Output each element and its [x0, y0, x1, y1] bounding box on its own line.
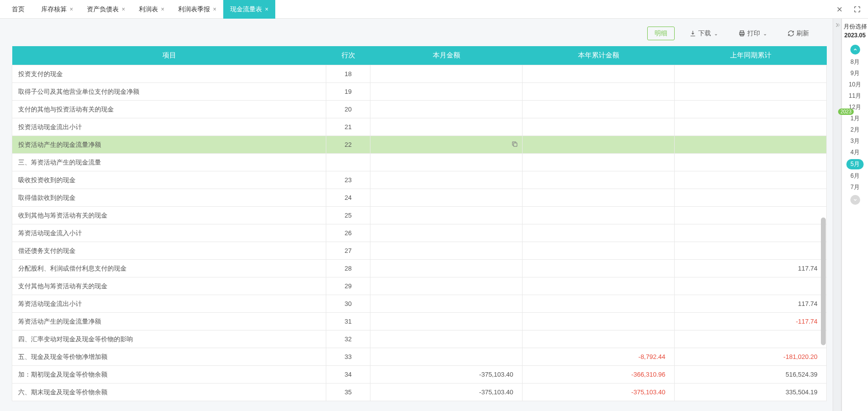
close-icon[interactable]: ×: [70, 6, 73, 13]
month-item[interactable]: 10月: [842, 79, 868, 90]
print-button[interactable]: 打印⌄: [733, 27, 773, 40]
cell-month-amount[interactable]: [370, 224, 523, 242]
cell-lastyear-amount[interactable]: [675, 277, 827, 295]
table-row[interactable]: 分配股利、利润或偿付利息支付的现金28117.74: [12, 260, 827, 277]
copy-icon[interactable]: [511, 140, 518, 149]
cell-year-amount[interactable]: -366,310.96: [523, 366, 675, 384]
cell-lastyear-amount[interactable]: [675, 224, 827, 242]
month-item[interactable]: 11月: [842, 90, 868, 102]
table-row[interactable]: 吸收投资收到的现金23: [12, 171, 827, 189]
tab-1[interactable]: 资产负债表×: [80, 0, 132, 19]
tab-3[interactable]: 利润表季报×: [171, 0, 223, 19]
cell-month-amount[interactable]: [370, 330, 523, 348]
cell-lastyear-amount[interactable]: [675, 242, 827, 260]
cell-month-amount[interactable]: [370, 348, 523, 366]
detail-button[interactable]: 明细: [647, 27, 675, 40]
cell-year-amount[interactable]: [523, 65, 675, 83]
month-item[interactable]: 3月: [842, 136, 868, 147]
close-icon[interactable]: ×: [161, 6, 164, 13]
table-row[interactable]: 四、汇率变动对现金及现金等价物的影响32: [12, 330, 827, 348]
month-item[interactable]: 9月: [842, 68, 868, 79]
cell-lastyear-amount[interactable]: [675, 136, 827, 154]
cell-lastyear-amount[interactable]: [675, 83, 827, 101]
month-item[interactable]: 6月: [842, 170, 868, 182]
cell-lastyear-amount[interactable]: 117.74: [675, 260, 827, 277]
cell-lastyear-amount[interactable]: [675, 330, 827, 348]
cell-year-amount[interactable]: [523, 295, 675, 313]
table-row[interactable]: 六、期末现金及现金等价物余额35-375,103.40-375,103.4033…: [12, 384, 827, 401]
close-icon[interactable]: ×: [122, 6, 125, 13]
cell-lastyear-amount[interactable]: [675, 154, 827, 171]
cell-year-amount[interactable]: [523, 101, 675, 118]
cell-month-amount[interactable]: [370, 207, 523, 224]
download-button[interactable]: 下载⌄: [684, 27, 724, 40]
cell-month-amount[interactable]: [370, 295, 523, 313]
cell-month-amount[interactable]: [370, 65, 523, 83]
cell-year-amount[interactable]: [523, 260, 675, 277]
month-item[interactable]: 4月: [842, 147, 868, 158]
cell-month-amount[interactable]: [370, 260, 523, 277]
cell-month-amount[interactable]: [370, 242, 523, 260]
table-row[interactable]: 偿还债务支付的现金27: [12, 242, 827, 260]
month-item[interactable]: 5月: [846, 159, 864, 169]
cell-month-amount[interactable]: [370, 154, 523, 171]
cell-month-amount[interactable]: [370, 171, 523, 189]
cell-year-amount[interactable]: [523, 154, 675, 171]
collapse-panel-button[interactable]: [833, 19, 842, 411]
cell-lastyear-amount[interactable]: -181,020.20: [675, 348, 827, 366]
cell-lastyear-amount[interactable]: 335,504.19: [675, 384, 827, 401]
table-row[interactable]: 取得借款收到的现金24: [12, 189, 827, 207]
month-item[interactable]: 8月: [842, 56, 868, 68]
cell-month-amount[interactable]: [370, 101, 523, 118]
month-prev-button[interactable]: [850, 45, 860, 55]
tab-home[interactable]: 首页: [5, 0, 34, 19]
close-icon[interactable]: ×: [265, 6, 268, 13]
cell-lastyear-amount[interactable]: [675, 118, 827, 136]
scrollbar-thumb[interactable]: [821, 218, 826, 345]
table-row[interactable]: 支付其他与筹资活动有关的现金29: [12, 277, 827, 295]
cell-year-amount[interactable]: [523, 83, 675, 101]
scrollbar-track[interactable]: [821, 67, 826, 402]
table-row[interactable]: 筹资活动产生的现金流量净额31-117.74: [12, 313, 827, 330]
cell-year-amount[interactable]: [523, 224, 675, 242]
table-container[interactable]: 项目 行次 本月金额 本年累计金额 上年同期累计 投资支付的现金18取得子公司及…: [12, 46, 827, 403]
close-icon[interactable]: ×: [213, 6, 216, 13]
table-row[interactable]: 投资支付的现金18: [12, 65, 827, 83]
cell-year-amount[interactable]: [523, 277, 675, 295]
table-row[interactable]: 取得子公司及其他营业单位支付的现金净额19: [12, 83, 827, 101]
cell-lastyear-amount[interactable]: 117.74: [675, 295, 827, 313]
tab-0[interactable]: 库存核算×: [34, 0, 80, 19]
cell-lastyear-amount[interactable]: [675, 189, 827, 207]
cell-year-amount[interactable]: [523, 171, 675, 189]
tab-2[interactable]: 利润表×: [132, 0, 171, 19]
cell-year-amount[interactable]: [523, 118, 675, 136]
cell-month-amount[interactable]: [370, 189, 523, 207]
cell-month-amount[interactable]: [370, 136, 523, 154]
cell-month-amount[interactable]: -375,103.40: [370, 366, 523, 384]
table-row[interactable]: 筹资活动现金流出小计30117.74: [12, 295, 827, 313]
cell-lastyear-amount[interactable]: [675, 65, 827, 83]
table-row[interactable]: 支付的其他与投资活动有关的现金20: [12, 101, 827, 118]
table-row[interactable]: 投资活动产生的现金流量净额22: [12, 136, 827, 154]
month-next-button[interactable]: [850, 195, 860, 205]
month-item[interactable]: 7月: [842, 182, 868, 193]
cell-year-amount[interactable]: [523, 207, 675, 224]
table-row[interactable]: 加：期初现金及现金等价物余额34-375,103.40-366,310.9651…: [12, 366, 827, 384]
cell-lastyear-amount[interactable]: 516,524.39: [675, 366, 827, 384]
refresh-button[interactable]: 刷新: [782, 27, 815, 40]
cell-year-amount[interactable]: [523, 189, 675, 207]
table-row[interactable]: 五、现金及现金等价物净增加额33-8,792.44-181,020.20: [12, 348, 827, 366]
month-item[interactable]: 2月: [842, 124, 868, 136]
table-row[interactable]: 收到其他与筹资活动有关的现金25: [12, 207, 827, 224]
table-row[interactable]: 筹资活动现金流入小计26: [12, 224, 827, 242]
fullscreen-icon[interactable]: [851, 3, 863, 15]
table-row[interactable]: 投资活动现金流出小计21: [12, 118, 827, 136]
cell-lastyear-amount[interactable]: [675, 171, 827, 189]
table-row[interactable]: 三、筹资活动产生的现金流量: [12, 154, 827, 171]
cell-month-amount[interactable]: [370, 277, 523, 295]
cell-lastyear-amount[interactable]: [675, 207, 827, 224]
cell-year-amount[interactable]: -8,792.44: [523, 348, 675, 366]
cell-year-amount[interactable]: [523, 136, 675, 154]
cell-month-amount[interactable]: [370, 83, 523, 101]
cell-year-amount[interactable]: [523, 242, 675, 260]
